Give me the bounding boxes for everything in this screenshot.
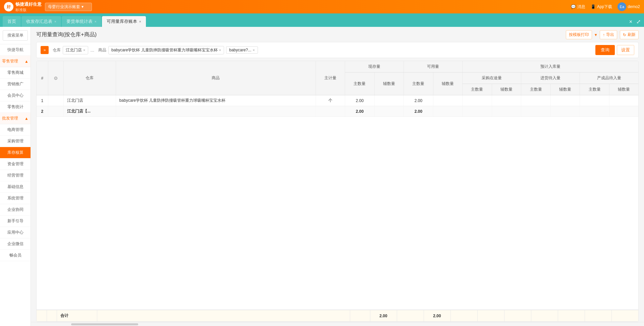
sidebar-item-enterprise[interactable]: 企业协同 [0,204,31,216]
row2-uom [316,106,345,117]
th-current-stock: 现存量 [345,61,404,73]
tab-yaohuo-close[interactable]: × [95,20,97,24]
row1-uom: 个 [316,95,345,106]
refresh-btn[interactable]: ↻ 刷新 [620,30,639,39]
sidebar-item-wechat[interactable]: 企业微信 [0,238,31,250]
close-all-btn[interactable]: × [629,18,633,26]
search-menu-btn[interactable]: 搜索菜单 [3,30,28,41]
sidebar-item-system[interactable]: 系统管理 [0,193,31,204]
product-value: babycare学饮杯 儿童防摔防撞吸管杯重力球吸嘴杯宝宝水杯 [111,47,218,53]
avatar: Ea [618,2,626,11]
tab-yaohuo[interactable]: 要货单统计表 × [62,16,101,27]
industry-label: 母婴行业演示账套 [48,4,80,10]
th-warehouse: 仓库 [64,61,116,95]
sidebar-item-zero-mall[interactable]: 零售商城 [0,67,31,79]
row2-in-pending-main [521,106,551,117]
footer-empty3 [97,310,350,322]
sidebar-item-appcenter[interactable]: 应用中心 [0,227,31,238]
industry-selector[interactable]: 母婴行业演示账套 ▾ [45,3,92,11]
content-area: 可用量查询(按仓库+商品) 按模板打印 ▾ ↑ 导出 ↻ 刷新 » 仓库 江 [31,27,644,326]
page-header: 可用量查询(按仓库+商品) 按模板打印 ▾ ↑ 导出 ↻ 刷新 [31,27,644,42]
sidebar-item-retail-stats[interactable]: 零售统计 [0,101,31,113]
sidebar-item-quick-nav[interactable]: 快捷导航 [0,44,31,56]
tab-shoufacun-label: 收发存汇总表 [26,18,52,25]
logo-sub: 标准版 [15,7,42,12]
batch-arrow: ▲ [24,116,29,121]
product-more-remove[interactable]: × [253,48,255,52]
row1-in-pending-main [521,95,551,106]
warehouse-ellipsis[interactable]: ... [90,47,94,53]
tab-home[interactable]: 首页 [3,16,21,27]
warehouse-label: 仓库 [53,47,61,53]
print-dropdown-icon[interactable]: ▾ [595,32,597,37]
download-label: App下载 [597,4,612,10]
export-btn[interactable]: ↑ 导出 [600,30,617,39]
th-settings[interactable]: ⚙ [48,61,63,95]
footer-in2 [558,310,585,322]
setting-btn[interactable]: 设置 [617,45,634,55]
warehouse-tag: 江北门店 × [63,46,88,54]
row1-pur-transit-main [463,95,492,106]
warehouse-remove[interactable]: × [83,48,85,52]
row1-no: 1 [37,95,48,106]
filter-actions: 查询 设置 [595,45,634,55]
row2-product [116,106,316,117]
tab-shoufacun-close[interactable]: × [54,20,56,24]
footer-stock-aux [397,310,424,322]
refresh-label: 刷新 [628,32,636,38]
footer-avail-main: 2.00 [424,310,450,322]
zero-sales-arrow: ▲ [24,59,29,64]
th-forecast-in: 预计入库量 [463,61,638,73]
sidebar-item-ops[interactable]: 经营管理 [0,170,31,181]
th-pur-transit: 采购在途量 [463,73,521,84]
sidebar-item-marketing[interactable]: 营销推广 [0,79,31,90]
main-table: # ⚙ 仓库 商品 主计量 现存量 可用量 预计入库量 主数量 辅数量 [37,61,638,117]
expand-btn[interactable]: ⤢ [636,18,641,26]
sidebar-section-zero-sales[interactable]: 零售管理 ▲ [0,56,31,67]
filter-toggle-btn[interactable]: » [41,46,49,54]
sidebar-item-members[interactable]: 会员中心 [0,90,31,101]
sidebar-section-batch[interactable]: 批发管理 ▲ [0,113,31,124]
filter-bar: » 仓库 江北门店 × ... 商品 babycare学饮杯 儿童防摔防撞吸管杯… [36,42,639,58]
th-stock-aux: 辅数量 [374,73,404,95]
horizontal-scrollbar[interactable] [71,323,138,325]
th-pur-transit-main: 主数量 [463,84,492,95]
footer-stock-main: 2.00 [370,310,397,322]
row2-no: 2 [37,106,48,117]
sidebar: 搜索菜单 快捷导航 零售管理 ▲ 零售商城 营销推广 会员中心 零售统计 批发管… [0,27,31,326]
message-label: 消息 [577,4,585,10]
row2-in-pending-aux [550,106,580,117]
sidebar-item-finance[interactable]: 资金管理 [0,158,31,170]
th-prod-pending: 产成品待入量 [580,73,638,84]
tab-keyongliang-label: 可用量库存账本 [107,18,137,25]
top-bar-right: 💬 消息 📱 App下载 Ea demo2 [571,2,640,11]
tab-keyongliang-close[interactable]: × [139,20,141,24]
tab-shoufacun[interactable]: 收发存汇总表 × [21,16,61,27]
warehouse-value: 江北门店 [66,47,82,53]
top-bar-left: 好 畅捷通好生意 标准版 母婴行业演示账套 ▾ [4,1,92,12]
logo-text: 畅捷通好生意 [15,1,42,7]
tab-keyongliang[interactable]: 可用量库存账本 × [102,16,146,27]
th-main-uom: 主计量 [316,61,345,95]
print-btn[interactable]: 按模板打印 [566,30,592,39]
row1-in-pending-aux [550,95,580,106]
th-avail-main: 主数量 [404,73,433,95]
product-remove[interactable]: × [219,48,221,52]
row2-prod-pending-aux [609,106,638,117]
row1-settings [48,95,63,106]
sidebar-item-member[interactable]: 畅会员 [0,250,31,261]
sidebar-item-newguide[interactable]: 新手引导 [0,216,31,227]
row2-stock-aux [374,106,404,117]
sidebar-item-ecommerce[interactable]: 电商管理 [0,124,31,136]
sidebar-item-inventory[interactable]: 库存核算 [0,147,31,158]
user-area[interactable]: Ea demo2 [618,2,640,11]
sidebar-item-basic[interactable]: 基础信息 [0,181,31,193]
settings-icon[interactable]: ⚙ [54,76,58,81]
message-icon: 💬 [571,4,576,9]
row2-stock-main: 2.00 [345,106,375,117]
main-layout: 搜索菜单 快捷导航 零售管理 ▲ 零售商城 营销推广 会员中心 零售统计 批发管… [0,27,644,326]
query-btn[interactable]: 查询 [595,45,615,55]
message-btn[interactable]: 💬 消息 [571,4,585,10]
sidebar-item-purchase[interactable]: 采购管理 [0,136,31,147]
app-download-btn[interactable]: 📱 App下载 [591,4,612,10]
